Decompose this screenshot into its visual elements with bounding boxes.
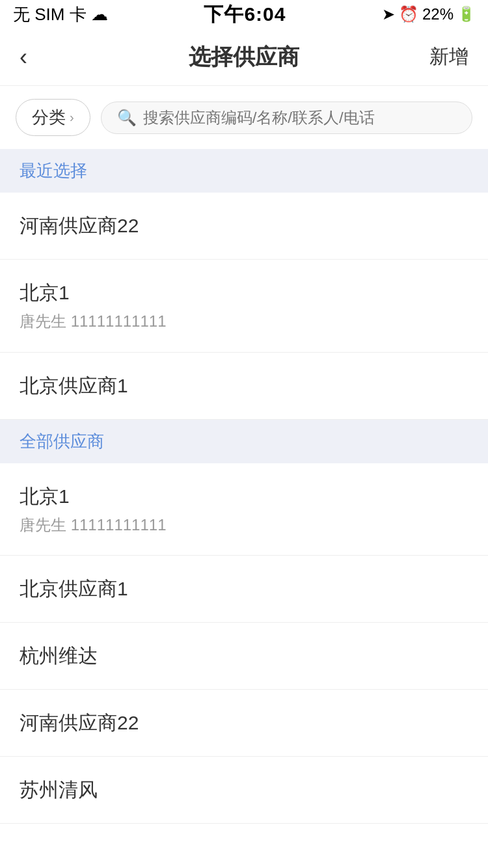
chevron-right-icon: › xyxy=(70,110,74,125)
item-sub: 唐先生 11111111111 xyxy=(20,514,468,536)
category-button[interactable]: 分类 › xyxy=(16,99,90,136)
list-item[interactable]: 北京供应商1 xyxy=(0,556,488,623)
item-name: 河南供应商22 xyxy=(20,709,468,737)
item-name: 北京供应商1 xyxy=(20,575,468,603)
alarm-icon: ⏰ xyxy=(399,5,418,23)
filter-bar: 分类 › 🔍 xyxy=(0,86,488,149)
search-box: 🔍 xyxy=(101,102,472,134)
item-name: 北京供应商1 xyxy=(20,372,468,400)
list-item[interactable]: 北京1唐先生 11111111111 xyxy=(0,260,488,353)
item-sub: 唐先生 11111111111 xyxy=(20,310,468,332)
back-button[interactable]: ‹ xyxy=(20,44,59,71)
list-item[interactable]: 北京1唐先生 11111111111 xyxy=(0,463,488,556)
item-name: 北京1 xyxy=(20,483,468,510)
list-item[interactable]: 杭州维达 xyxy=(0,623,488,690)
list-item[interactable]: 北京供应商1 xyxy=(0,353,488,420)
nav-bar: ‹ 选择供应商 新增 xyxy=(0,29,488,86)
category-label: 分类 xyxy=(32,106,66,129)
recent-section-header: 最近选择 xyxy=(0,149,488,193)
item-name: 苏州清风 xyxy=(20,776,468,804)
status-right: ➤ ⏰ 22% 🔋 xyxy=(382,5,475,23)
status-bar: 无 SIM 卡 ☁ 下午6:04 ➤ ⏰ 22% 🔋 xyxy=(0,0,488,29)
location-icon: ➤ xyxy=(382,5,395,23)
search-input[interactable] xyxy=(143,109,456,127)
no-sim-label: 无 SIM 卡 ☁ xyxy=(13,3,108,26)
search-icon: 🔍 xyxy=(117,109,137,127)
item-name: 杭州维达 xyxy=(20,642,468,670)
recent-section-label: 最近选择 xyxy=(20,161,87,180)
all-section-header: 全部供应商 xyxy=(0,420,488,463)
battery-icon: 🔋 xyxy=(457,6,475,23)
add-button[interactable]: 新增 xyxy=(429,44,468,70)
page-title: 选择供应商 xyxy=(189,42,299,72)
list-item[interactable]: 苏州清风 xyxy=(0,757,488,824)
item-name: 北京1 xyxy=(20,279,468,306)
status-left: 无 SIM 卡 ☁ xyxy=(13,3,108,26)
recent-items-list: 河南供应商22北京1唐先生 11111111111北京供应商1 xyxy=(0,193,488,420)
all-section-label: 全部供应商 xyxy=(20,431,104,451)
battery-label: 22% xyxy=(422,5,454,23)
status-time: 下午6:04 xyxy=(204,1,286,28)
list-item[interactable]: 河南供应商22 xyxy=(0,690,488,757)
all-items-list: 北京1唐先生 11111111111北京供应商1杭州维达河南供应商22苏州清风 xyxy=(0,463,488,824)
item-name: 河南供应商22 xyxy=(20,212,468,239)
list-item[interactable]: 河南供应商22 xyxy=(0,193,488,260)
